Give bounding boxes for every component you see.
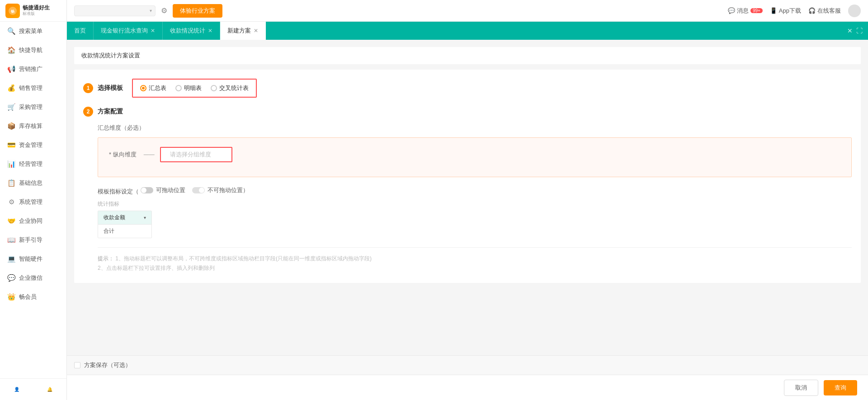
tips-prefix: 提示： xyxy=(98,255,114,262)
sidebar-label: 畅会员 xyxy=(19,293,37,301)
logo-text: 畅捷通好生 xyxy=(23,5,50,11)
step2-title: 方案配置 xyxy=(98,108,123,116)
tips-line1: 提示： 1、拖动标题栏可以调整布局，不可跨维度或指标区域拖动栏目字段(只能在同一… xyxy=(98,255,852,263)
sidebar-item-enterprise[interactable]: 🤝 企业协同 xyxy=(0,212,66,231)
message-label: 消息 xyxy=(737,7,749,15)
trial-button[interactable]: 体验行业方案 xyxy=(173,4,222,18)
operations-icon: 📊 xyxy=(7,160,15,168)
system-icon: ⚙ xyxy=(7,198,15,206)
info-icon: 📋 xyxy=(7,179,15,187)
wechat-icon: 💬 xyxy=(7,274,15,282)
radio-detail[interactable]: 明细表 xyxy=(175,84,202,92)
tab-close-all-icon[interactable]: ✕ xyxy=(847,27,853,34)
content-wrapper: 收款情况统计方案设置 1 选择模板 汇总表 xyxy=(67,40,868,400)
sidebar-item-search[interactable]: 🔍 搜索菜单 xyxy=(0,22,66,41)
guide-icon: 📖 xyxy=(7,236,15,244)
metrics-table-header[interactable]: 收款金额 ▾ xyxy=(98,211,151,225)
sidebar-label: 企业协同 xyxy=(19,217,42,225)
sidebar-item-basic-info[interactable]: 📋 基础信息 xyxy=(0,174,66,193)
tab-cash-flow[interactable]: 现金银行流水查询 ✕ xyxy=(94,22,163,40)
sidebar-label: 基础信息 xyxy=(19,179,42,187)
inventory-icon: 📦 xyxy=(7,122,15,130)
sidebar-item-wechat[interactable]: 💬 企业微信 xyxy=(0,268,66,287)
sidebar-label: 系统管理 xyxy=(19,198,42,206)
sidebar-label: 经营管理 xyxy=(19,160,42,168)
radio-cross[interactable]: 交叉统计表 xyxy=(211,84,249,92)
sidebar-item-sales[interactable]: 💰 销售管理 xyxy=(0,79,66,98)
sidebar-item-quick-nav[interactable]: 🏠 快捷导航 xyxy=(0,41,66,60)
tab-cash-close-icon[interactable]: ✕ xyxy=(151,28,155,34)
support-item[interactable]: 🎧 在线客服 xyxy=(808,7,841,15)
tab-receipt-label: 收款情况统计 xyxy=(170,27,205,35)
tab-receipt-close-icon[interactable]: ✕ xyxy=(208,28,212,34)
logo-icon: 畅 xyxy=(5,4,20,18)
tab-receipt-stats[interactable]: 收款情况统计 ✕ xyxy=(163,22,220,40)
step2-content: 汇总维度（必选） * 纵向维度 —— 请选择分组维度 模板指标设定（ xyxy=(83,124,852,272)
draggable-label: 可拖动位置 xyxy=(156,186,185,194)
tabs-bar: 首页 现金银行流水查询 ✕ 收款情况统计 ✕ 新建方案 ✕ ✕ ⛶ xyxy=(67,22,868,40)
content-area: 收款情况统计方案设置 1 选择模板 汇总表 xyxy=(67,40,868,355)
radio-summary[interactable]: 汇总表 xyxy=(140,84,166,92)
sidebar-label: 搜索菜单 xyxy=(19,27,42,35)
tab-new-close-icon[interactable]: ✕ xyxy=(254,28,258,34)
sidebar-item-inventory[interactable]: 📦 库存核算 xyxy=(0,117,66,136)
sidebar-bottom-icon1[interactable]: 👤 xyxy=(14,387,19,392)
tab-home[interactable]: 首页 xyxy=(67,22,94,40)
dimension-select[interactable]: 请选择分组维度 xyxy=(160,147,232,162)
save-checkbox[interactable] xyxy=(74,362,80,368)
finance-icon: 💳 xyxy=(7,141,15,149)
enterprise-icon: 🤝 xyxy=(7,217,15,225)
member-icon: 👑 xyxy=(7,293,15,301)
support-label: 在线客服 xyxy=(817,7,841,15)
message-badge: 99+ xyxy=(750,8,763,13)
tabs-controls: ✕ ⛶ xyxy=(842,22,868,40)
download-item[interactable]: 📱 App下载 xyxy=(770,7,801,15)
query-button[interactable]: 查询 xyxy=(824,380,857,395)
page-title-bar: 收款情况统计方案设置 xyxy=(74,47,861,64)
sidebar-item-system[interactable]: ⚙ 系统管理 xyxy=(0,193,66,212)
toggle-non-draggable[interactable] xyxy=(192,187,205,193)
tabs-spacer xyxy=(266,22,842,40)
radio-group: 汇总表 明细表 交叉统计表 xyxy=(140,84,249,92)
radio-detail-label: 明细表 xyxy=(184,84,202,92)
metrics-draggable-hint: 可拖动位置 xyxy=(141,186,185,194)
step1-badge: 1 xyxy=(83,83,93,93)
radio-detail-circle xyxy=(175,85,182,91)
sidebar-item-marketing[interactable]: 📢 营销推广 xyxy=(0,60,66,79)
tips-content1: 1、拖动标题栏可以调整布局，不可跨维度或指标区域拖动栏目字段(只能在同一维度或指… xyxy=(115,255,372,262)
sidebar-bottom-icon2[interactable]: 🔔 xyxy=(47,387,52,392)
sidebar-item-member[interactable]: 👑 畅会员 xyxy=(0,287,66,306)
sidebar-label: 库存核算 xyxy=(19,122,42,130)
radio-summary-circle xyxy=(140,85,146,91)
purchase-icon: 🛒 xyxy=(7,103,15,111)
tab-new-plan[interactable]: 新建方案 ✕ xyxy=(220,22,266,40)
toggle-knob2 xyxy=(199,188,204,193)
sidebar-item-finance[interactable]: 💳 资金管理 xyxy=(0,136,66,155)
user-avatar[interactable] xyxy=(848,5,861,17)
non-draggable-label: 不可拖动位置） xyxy=(208,186,249,194)
save-label: 方案保存（可选） xyxy=(84,361,131,369)
tab-fullscreen-icon[interactable]: ⛶ xyxy=(856,27,863,34)
download-icon: 📱 xyxy=(770,7,777,14)
sidebar-item-purchase[interactable]: 🛒 采购管理 xyxy=(0,98,66,117)
breadcrumb-input[interactable] xyxy=(74,5,156,16)
search-icon: 🔍 xyxy=(7,27,15,35)
step2-header: 2 方案配置 xyxy=(83,107,852,117)
sidebar-logo: 畅 畅捷通好生 标准版 xyxy=(0,0,66,22)
step2-badge: 2 xyxy=(83,107,93,117)
top-header: ▾ ⚙ 体验行业方案 💬 消息 99+ 📱 App下载 🎧 在线客服 xyxy=(67,0,868,22)
sidebar-item-hardware[interactable]: 💻 智能硬件 xyxy=(0,249,66,268)
sidebar-label: 新手引导 xyxy=(19,236,42,244)
sidebar-item-operations[interactable]: 📊 经营管理 xyxy=(0,155,66,174)
header-right: 💬 消息 99+ 📱 App下载 🎧 在线客服 xyxy=(728,5,861,17)
message-icon: 💬 xyxy=(728,7,735,14)
message-item[interactable]: 💬 消息 99+ xyxy=(728,7,763,15)
toggle-draggable[interactable] xyxy=(141,187,153,193)
sidebar-nav: 🔍 搜索菜单 🏠 快捷导航 📢 营销推广 💰 销售管理 🛒 采购管理 📦 库存核… xyxy=(0,22,66,378)
settings-icon[interactable]: ⚙ xyxy=(161,6,167,15)
dimension-arrow-icon: —— xyxy=(144,151,155,158)
sidebar-item-guide[interactable]: 📖 新手引导 xyxy=(0,231,66,249)
download-label: App下载 xyxy=(779,7,801,15)
toggle-knob xyxy=(141,188,146,193)
cancel-button[interactable]: 取消 xyxy=(784,380,818,396)
